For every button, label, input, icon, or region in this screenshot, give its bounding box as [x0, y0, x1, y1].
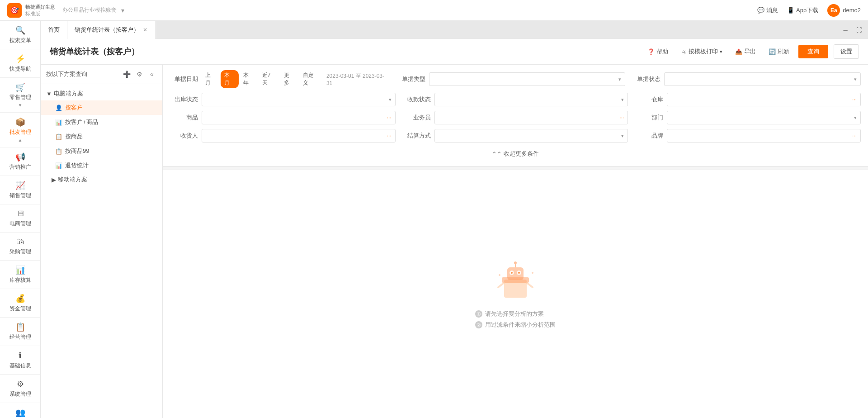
sidebar-label-ecommerce: 电商管理 [9, 220, 31, 228]
sidebar-item-ecommerce[interactable]: 🖥 电商管理 [0, 204, 40, 233]
desktop-group-label: 电脑端方案 [54, 90, 83, 98]
sidebar-item-purchase[interactable]: 🛍 采购管理 [0, 233, 40, 261]
warehouse-control[interactable]: ··· [667, 93, 861, 106]
by-customer-icon: 👤 [55, 104, 62, 111]
query-button[interactable]: 查询 [798, 45, 828, 58]
sidebar-item-retail[interactable]: 🛒 零售管理 ▼ [0, 78, 40, 113]
sidebar-label-operations: 经营管理 [9, 333, 31, 341]
tree-expand-icon: ▼ [46, 90, 52, 97]
tab-minimize-button[interactable]: ─ [840, 24, 851, 35]
basic-icon: ℹ [19, 351, 22, 361]
settlement-arrow-icon: ▾ [621, 133, 624, 139]
left-panel-icons: ➕ ⚙ « [122, 69, 157, 79]
help-button[interactable]: ❓ 帮助 [644, 46, 672, 57]
svg-point-5 [511, 272, 513, 274]
tab-home[interactable]: 首页 [41, 21, 67, 39]
export-button[interactable]: 📤 导出 [731, 46, 760, 57]
settlement-control[interactable]: ▾ [434, 129, 628, 142]
sidebar-item-operations[interactable]: 📋 经营管理 [0, 318, 40, 346]
tab-maximize-button[interactable]: ⛶ [854, 24, 864, 35]
mobile-group-label: 移动端方案 [58, 176, 87, 184]
goods-control[interactable]: ··· [202, 111, 396, 124]
main-body: 按以下方案查询 ➕ ⚙ « ▼ 电脑端方案 👤 [41, 65, 868, 418]
sidebar-item-wholesale[interactable]: 📦 批发管理 ▲ [0, 113, 40, 147]
goods-99-label: 按商品99 [65, 147, 89, 155]
department-control[interactable]: ▾ [667, 111, 861, 124]
date-tab-last-month[interactable]: 上月 [202, 70, 220, 88]
salesperson-label: 业务员 [403, 114, 434, 122]
receipt-status-arrow-icon: ▾ [621, 97, 624, 103]
brand-control[interactable]: ··· [667, 129, 861, 142]
tree-group-mobile[interactable]: ▶ 移动端方案 [41, 173, 162, 186]
sidebar: 🔍 搜索菜单 ⚡ 快捷导航 🛒 零售管理 ▼ 📦 批发管理 ▲ 📢 营销推广 📈… [0, 21, 41, 418]
svg-line-9 [498, 283, 504, 287]
avatar: Ea [827, 4, 840, 17]
marketing-icon: 📢 [15, 152, 25, 162]
sidebar-label-shortcut: 快捷导航 [9, 65, 31, 73]
collapse-button[interactable]: ⌃⌃ 收起更多条件 [485, 147, 546, 161]
tree-item-by-goods[interactable]: 📋 按商品 [41, 129, 162, 144]
warehouse-more-icon: ··· [852, 96, 857, 103]
sidebar-item-finance[interactable]: 💰 资金管理 [0, 289, 40, 318]
sidebar-label-marketing: 营销推广 [9, 163, 31, 171]
tree-item-customer-goods[interactable]: 📊 按客户+商品 [41, 115, 162, 129]
finance-icon: 💰 [15, 294, 25, 304]
sidebar-item-collab[interactable]: 👥 企业协同 [0, 403, 40, 418]
sidebar-label-finance: 资金管理 [9, 305, 31, 313]
tab-close-icon[interactable]: ✕ [142, 26, 148, 33]
date-tab-this-year[interactable]: 本年 [240, 70, 258, 88]
by-goods-icon: 📋 [55, 133, 62, 140]
salesperson-control[interactable]: ··· [434, 111, 628, 124]
doc-status-control[interactable]: ▾ [664, 72, 861, 86]
wholesale-icon: 📦 [15, 117, 25, 127]
goods-99-icon: 📋 [55, 148, 62, 155]
collab-icon: 👥 [15, 408, 25, 418]
logo-text: 畅捷通好生意 标准版 [25, 4, 55, 17]
tree-item-by-customer[interactable]: 👤 按客户 [41, 100, 162, 115]
app-download-button[interactable]: 📱 App下载 [787, 6, 818, 14]
retail-icon: 🛒 [15, 82, 25, 92]
tree-item-returns[interactable]: 📊 退货统计 [41, 158, 162, 173]
sidebar-item-search[interactable]: 🔍 搜索菜单 [0, 21, 40, 49]
add-scheme-button[interactable]: ➕ [122, 69, 132, 79]
main-layout: 🔍 搜索菜单 ⚡ 快捷导航 🛒 零售管理 ▼ 📦 批发管理 ▲ 📢 营销推广 📈… [0, 21, 868, 418]
template-print-button[interactable]: 🖨 按模板打印 ▾ [677, 46, 726, 57]
industry-dropdown-icon[interactable]: ▾ [121, 7, 124, 14]
scheme-collapse-button[interactable]: « [147, 69, 157, 79]
sidebar-item-system[interactable]: ⚙ 系统管理 [0, 375, 40, 403]
empty-hints: ① 请先选择要分析的方案 ② 用过滤条件来缩小分析范围 [475, 310, 556, 329]
out-status-control[interactable]: ▾ [202, 93, 396, 106]
sidebar-item-basic[interactable]: ℹ 基础信息 [0, 346, 40, 375]
left-panel: 按以下方案查询 ➕ ⚙ « ▼ 电脑端方案 👤 [41, 65, 163, 418]
returns-icon: 📊 [55, 162, 62, 169]
scheme-settings-button[interactable]: ⚙ [134, 69, 144, 79]
date-tab-this-month[interactable]: 本月 [221, 70, 239, 88]
doc-type-control[interactable]: ▾ [429, 72, 626, 86]
refresh-button[interactable]: 🔄 刷新 [765, 46, 793, 57]
svg-rect-2 [507, 267, 524, 280]
operations-icon: 📋 [15, 322, 25, 332]
date-control: 上月 本月 本年 近7天 更多 自定义 2023-03-01 至 2023-03… [202, 70, 390, 88]
sidebar-item-marketing[interactable]: 📢 营销推广 [0, 147, 40, 176]
goods-more-icon: ··· [387, 114, 392, 121]
date-tab-more[interactable]: 更多 [280, 70, 298, 88]
svg-point-6 [518, 272, 520, 274]
sidebar-item-inventory[interactable]: 📊 库存核算 [0, 261, 40, 289]
tree-item-goods-99[interactable]: 📋 按商品99 [41, 144, 162, 158]
industry-label: 办公用品行业模拟账套 [62, 6, 117, 14]
user-profile[interactable]: Ea demo2 [827, 4, 861, 17]
tab-active[interactable]: 销货单统计表（按客户） ✕ [67, 21, 156, 39]
collapse-label: 收起更多条件 [504, 150, 539, 158]
sidebar-label-purchase: 采购管理 [9, 248, 31, 256]
message-button[interactable]: 💬 消息 [757, 6, 778, 14]
consignee-control[interactable]: ··· [202, 129, 396, 142]
date-tab-7days[interactable]: 近7天 [259, 70, 280, 88]
tree-group-desktop[interactable]: ▼ 电脑端方案 [41, 87, 162, 100]
settings-button[interactable]: 设置 [834, 44, 859, 59]
sidebar-item-sales[interactable]: 📈 销售管理 [0, 176, 40, 204]
date-tab-custom[interactable]: 自定义 [299, 70, 323, 88]
sidebar-label-basic: 基础信息 [9, 362, 31, 370]
sidebar-item-shortcut[interactable]: ⚡ 快捷导航 [0, 49, 40, 78]
ecommerce-icon: 🖥 [16, 209, 24, 218]
receipt-status-control[interactable]: ▾ [434, 93, 628, 106]
